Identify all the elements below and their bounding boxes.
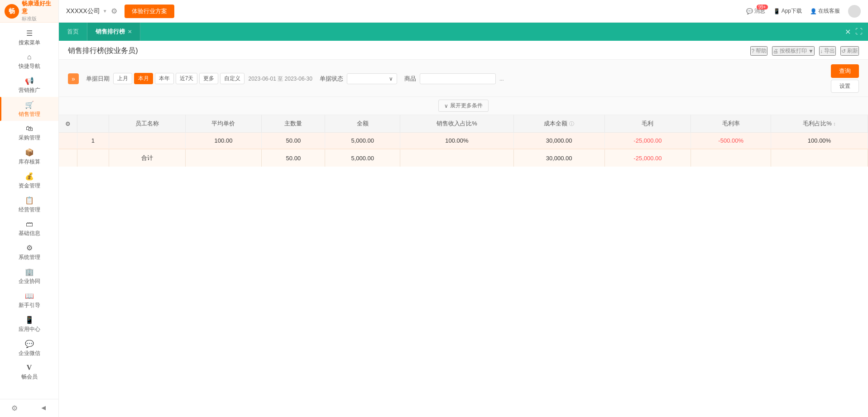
period-last-7days[interactable]: 近7天 bbox=[176, 73, 198, 84]
sidebar-logo: 畅 畅康通好生意 标准版 bbox=[0, 0, 58, 23]
col-amount: 全额 bbox=[325, 115, 400, 133]
period-more[interactable]: 更多 bbox=[199, 73, 218, 84]
expand-more-button[interactable]: ∨ 展开更多条件 bbox=[438, 100, 489, 112]
sidebar-footer: ⚙ ◄ bbox=[0, 399, 58, 417]
tabbar-right-controls: ✕ ⛶ bbox=[839, 23, 868, 41]
filter-expand-button[interactable]: » bbox=[68, 73, 79, 84]
tab-sales-rank-label: 销售排行榜 bbox=[96, 28, 125, 36]
sidebar-item-search[interactable]: ☰ 搜索菜单 bbox=[0, 25, 58, 49]
membership-icon: V bbox=[27, 364, 32, 372]
print-button[interactable]: 🖨 按模板打印 ▼ bbox=[772, 46, 815, 56]
row-employee-cell bbox=[109, 133, 186, 149]
col-cost: 成本全额 ⓘ bbox=[513, 115, 604, 133]
tab-fullscreen-icon[interactable]: ⛶ bbox=[855, 28, 863, 36]
purchase-icon: 🛍 bbox=[26, 125, 33, 133]
trial-plan-button[interactable]: 体验行业方案 bbox=[125, 5, 174, 18]
tab-home[interactable]: 首页 bbox=[59, 23, 87, 41]
sales-rank-table: ⚙ 员工名称 平均单价 主数量 全额 销售收入占比% 成本全额 ⓘ 毛利 毛利率 bbox=[59, 115, 868, 167]
tab-close-icon[interactable]: ✕ bbox=[128, 29, 132, 35]
refresh-icon: ↺ bbox=[841, 48, 846, 54]
data-table-container: ⚙ 员工名称 平均单价 主数量 全额 销售收入占比% 成本全额 ⓘ 毛利 毛利率 bbox=[59, 115, 868, 417]
period-last-month[interactable]: 上月 bbox=[113, 73, 132, 84]
home-icon: ⌂ bbox=[27, 53, 32, 61]
goods-filter-label: 商品 bbox=[404, 75, 416, 83]
sidebar-item-marketing[interactable]: 📢 营销推广 bbox=[0, 73, 58, 97]
topbar-settings-icon[interactable]: ⚙ bbox=[111, 7, 117, 15]
sidebar-item-system[interactable]: ⚙ 系统管理 bbox=[0, 240, 58, 264]
sidebar-item-purchase[interactable]: 🛍 采购管理 bbox=[0, 121, 58, 144]
sidebar-item-app-center[interactable]: 📱 应用中心 bbox=[0, 312, 58, 336]
expand-more-row: ∨ 展开更多条件 bbox=[59, 97, 868, 115]
gross-pct-sort-icon[interactable]: ↕ bbox=[833, 121, 836, 126]
goods-input[interactable] bbox=[420, 73, 496, 84]
topbar-right: 💬 消息 99+ 📱 App下载 👤 在线客服 bbox=[746, 5, 861, 18]
help-button[interactable]: ? 帮助 bbox=[750, 46, 767, 56]
sales-icon: 🛒 bbox=[25, 101, 34, 109]
period-custom[interactable]: 自定义 bbox=[220, 73, 245, 84]
app-download-button[interactable]: 📱 App下载 bbox=[773, 7, 802, 15]
sidebar-item-membership[interactable]: V 畅会员 bbox=[0, 360, 58, 383]
sidebar-item-quick-nav[interactable]: ⌂ 快捷导航 bbox=[0, 49, 58, 73]
row-avg-price-cell: 100.00 bbox=[185, 133, 262, 149]
row-gross-cell: -25,000.00 bbox=[604, 133, 691, 149]
period-buttons: 上月 本月 本年 近7天 更多 自定义 bbox=[113, 73, 245, 84]
page-content: 销售排行榜(按业务员) ? 帮助 🖨 按模板打印 ▼ ↓ 导出 ↺ 刷新 bbox=[59, 41, 868, 417]
refresh-button[interactable]: ↺ 刷新 bbox=[840, 46, 859, 56]
brand-text: 畅康通好生意 标准版 bbox=[22, 0, 54, 22]
filter-status-group: 单据状态 ∨ bbox=[320, 73, 397, 84]
period-this-month[interactable]: 本月 bbox=[134, 73, 153, 84]
print-label: 按模板打印 bbox=[780, 47, 807, 55]
corp-collab-icon: 🏢 bbox=[25, 268, 34, 276]
sidebar-item-inventory[interactable]: 📦 库存核算 bbox=[0, 144, 58, 168]
query-button[interactable]: 查询 bbox=[831, 64, 859, 78]
col-avg-price: 平均单价 bbox=[185, 115, 262, 133]
col-gross: 毛利 bbox=[604, 115, 691, 133]
expand-icon: » bbox=[72, 75, 75, 82]
message-button[interactable]: 💬 消息 99+ bbox=[746, 7, 765, 15]
col-sales-pct: 销售收入占比% bbox=[400, 115, 514, 133]
main-content: XXXXX公司 ▼ ⚙ 体验行业方案 💬 消息 99+ 📱 App下载 👤 在线… bbox=[59, 0, 868, 417]
sidebar-item-operations[interactable]: 📋 经营管理 bbox=[0, 192, 58, 216]
row-cost-cell: 30,000.00 bbox=[513, 133, 604, 149]
company-selector[interactable]: XXXXX公司 ▼ bbox=[66, 7, 107, 15]
row-gross-rate-cell: -500.00% bbox=[691, 133, 771, 149]
print-icon: 🖨 bbox=[773, 48, 778, 54]
sidebar-item-sales[interactable]: 🛒 销售管理 bbox=[0, 97, 58, 121]
sidebar-collapse-button[interactable]: ◄ bbox=[40, 404, 47, 412]
basic-info-icon: 🗃 bbox=[26, 220, 33, 228]
expand-more-icon: ∨ bbox=[444, 103, 448, 109]
user-avatar[interactable] bbox=[848, 5, 861, 18]
col-gross-rate: 毛利率 bbox=[691, 115, 771, 133]
sidebar-item-basic-info[interactable]: 🗃 基础信息 bbox=[0, 216, 58, 240]
print-dropdown-arrow: ▼ bbox=[808, 48, 814, 54]
system-icon: ⚙ bbox=[26, 244, 33, 252]
filter-bar: » 单据日期 上月 本月 本年 近7天 更多 自定义 2023-06-01 至 … bbox=[59, 60, 868, 97]
goods-more-icon[interactable]: ... bbox=[499, 76, 504, 82]
filter-settings-button[interactable]: 设置 bbox=[831, 80, 859, 93]
app-center-icon: 📱 bbox=[25, 316, 34, 324]
sidebar-item-guide[interactable]: 📖 新手引导 bbox=[0, 288, 58, 312]
online-service-button[interactable]: 👤 在线客服 bbox=[810, 7, 840, 15]
footer-cost: 30,000.00 bbox=[513, 149, 604, 167]
col-settings[interactable]: ⚙ bbox=[59, 115, 77, 133]
tab-home-label: 首页 bbox=[67, 28, 79, 36]
footer-qty: 50.00 bbox=[262, 149, 325, 167]
export-button[interactable]: ↓ 导出 bbox=[819, 46, 836, 56]
footer-avg-price bbox=[185, 149, 262, 167]
export-label: 导出 bbox=[824, 47, 835, 55]
help-label: 帮助 bbox=[756, 47, 767, 55]
tab-sales-rank[interactable]: 销售排行榜 ✕ bbox=[87, 23, 140, 41]
sidebar-settings-button[interactable]: ⚙ bbox=[11, 404, 18, 412]
sidebar-item-finance[interactable]: 💰 资金管理 bbox=[0, 168, 58, 192]
period-this-year[interactable]: 本年 bbox=[155, 73, 174, 84]
tab-window-close-icon[interactable]: ✕ bbox=[845, 28, 851, 36]
company-name: XXXXX公司 bbox=[66, 7, 100, 15]
operations-icon: 📋 bbox=[25, 196, 34, 205]
inventory-icon: 📦 bbox=[25, 148, 34, 157]
sidebar-item-wechat[interactable]: 💬 企业微信 bbox=[0, 336, 58, 360]
status-select[interactable]: ∨ bbox=[347, 73, 397, 84]
app-download-label: App下载 bbox=[782, 7, 802, 15]
col-rank bbox=[77, 115, 109, 133]
sidebar-item-corp-collab[interactable]: 🏢 企业协同 bbox=[0, 264, 58, 288]
cost-info-icon[interactable]: ⓘ bbox=[569, 121, 574, 126]
